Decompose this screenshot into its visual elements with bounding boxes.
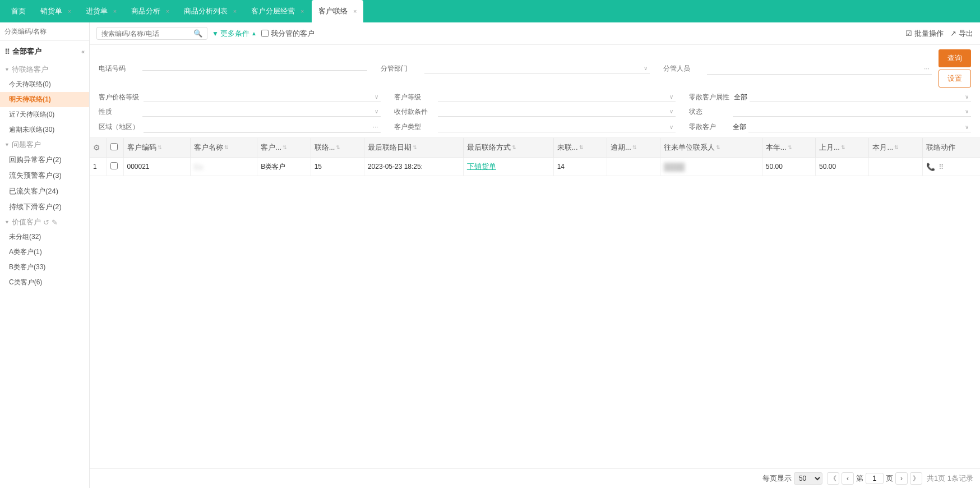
first-page-btn[interactable]: 《 <box>827 472 839 485</box>
sidebar-item-7days[interactable]: 近7天待联络(0) <box>0 107 89 122</box>
sort-type-icon: ⇅ <box>283 145 287 150</box>
search-input[interactable] <box>101 30 191 38</box>
filter-more-btn[interactable]: ▼ 更多条件 ▲ <box>212 29 257 39</box>
th-checkbox[interactable] <box>107 138 123 158</box>
sidebar-group-value: 价值客户 ↺ ✎ <box>0 215 89 229</box>
page-unit-label: 页 <box>886 473 893 484</box>
filter-retail-customer-select[interactable]: ∨ <box>748 122 971 132</box>
close-product-analysis-icon[interactable]: × <box>166 8 169 15</box>
value-group-edit[interactable]: ✎ <box>52 218 58 227</box>
row-no: 1 <box>90 158 107 176</box>
nav-purchase[interactable]: 进货单 × <box>79 0 123 22</box>
th-this-year[interactable]: 本年...⇅ <box>762 138 815 158</box>
sidebar-item-overdue[interactable]: 逾期未联络(30) <box>0 122 89 137</box>
filter-customer-grade-select[interactable]: ∨ <box>438 92 676 102</box>
th-type[interactable]: 客户...⇅ <box>257 138 311 158</box>
search-submit-icon[interactable]: 🔍 <box>193 29 202 38</box>
nav-product-analysis-list[interactable]: 商品分析列表 × <box>177 0 243 22</box>
gear-setting-icon[interactable]: ⚙ <box>93 143 100 152</box>
action-btns: ☑ 批量操作 ↗ 导出 <box>905 29 973 39</box>
query-btn[interactable]: 查询 <box>939 49 971 67</box>
row-select-checkbox[interactable] <box>110 162 118 169</box>
nav-customer-tier[interactable]: 客户分层经营 × <box>244 0 311 22</box>
sidebar-item-today[interactable]: 今天待联络(0) <box>0 77 89 92</box>
close-customer-tier-icon[interactable]: × <box>301 8 304 15</box>
customer-table: ⚙ 客户编码⇅ 客户名称⇅ 客户...⇅ <box>90 138 980 176</box>
filter-phone-input[interactable] <box>142 67 367 71</box>
my-customer-checkbox[interactable] <box>261 30 269 37</box>
sidebar-item-class-a[interactable]: A类客户(1) <box>0 245 89 260</box>
th-unlink[interactable]: 未联...⇅ <box>553 138 607 158</box>
th-actions: 联络动作 <box>922 138 980 158</box>
filter-phone-label: 电话号码 <box>99 64 138 73</box>
th-last-date[interactable]: 最后联络日期⇅ <box>364 138 463 158</box>
nav-product-analysis[interactable]: 商品分析 × <box>124 0 176 22</box>
th-contact[interactable]: 联络...⇅ <box>311 138 364 158</box>
filter-status-select[interactable]: ∨ <box>733 107 971 117</box>
filter-nature: 性质 ∨ <box>99 107 381 117</box>
value-group-refresh[interactable]: ↺ <box>43 218 49 227</box>
filter-payment-select[interactable]: ∨ <box>438 107 676 117</box>
nav-home[interactable]: 首页 <box>4 0 33 22</box>
export-btn[interactable]: ↗ 导出 <box>950 29 973 39</box>
more-icon[interactable]: ⠿ <box>939 163 944 171</box>
phone-icon[interactable]: 📞 <box>926 163 935 171</box>
th-overdue[interactable]: 逾期...⇅ <box>607 138 660 158</box>
close-sales-icon[interactable]: × <box>68 8 71 15</box>
sidebar-item-churn-warning[interactable]: 流失预警客户(3) <box>0 168 89 183</box>
page-input[interactable] <box>866 473 884 484</box>
sidebar-item-class-c[interactable]: C类客户(6) <box>0 275 89 290</box>
nav-sales[interactable]: 销货单 × <box>34 0 78 22</box>
th-contact2[interactable]: 往来单位联系人⇅ <box>660 138 762 158</box>
nav-customer-contact[interactable]: 客户联络 × <box>312 0 363 22</box>
sort-unlink-icon: ⇅ <box>579 145 584 150</box>
filter-region-label: 区域（地区） <box>99 122 139 132</box>
filter-region: 区域（地区） ··· <box>99 121 381 133</box>
close-product-list-icon[interactable]: × <box>233 8 237 15</box>
filter-customer-grade-label: 客户等级 <box>394 93 433 102</box>
prev-page-btn[interactable]: ‹ <box>842 472 854 485</box>
batch-op-btn[interactable]: ☑ 批量操作 <box>905 29 944 39</box>
sort-this-month-icon: ⇅ <box>894 145 899 150</box>
filter-retail-attr: 零散客户属性 全部 ∨ <box>689 92 971 102</box>
sidebar-all-header[interactable]: ⠿ 全部客户 « <box>0 43 89 60</box>
filter-nature-select[interactable]: ∨ <box>142 107 381 117</box>
my-customer-label: 我分管的客户 <box>271 29 315 39</box>
filter-retail-attr-label: 零散客户属性 <box>689 93 729 102</box>
th-code[interactable]: 客户编码⇅ <box>123 138 190 158</box>
sidebar-item-churned[interactable]: 已流失客户(24) <box>0 183 89 199</box>
th-gear[interactable]: ⚙ <box>90 138 107 158</box>
filter-price-level-select[interactable]: ∨ <box>144 92 381 102</box>
sidebar-item-repurchase-abnormal[interactable]: 回购异常客户(2) <box>0 152 89 168</box>
set-btn[interactable]: 设置 <box>939 70 971 88</box>
th-this-month[interactable]: 本月...⇅ <box>869 138 922 158</box>
close-purchase-icon[interactable]: × <box>113 8 117 15</box>
filter-status-label: 状态 <box>689 107 728 117</box>
select-all-checkbox[interactable] <box>110 143 118 150</box>
manager-dots-icon: ··· <box>924 65 930 72</box>
filter-manager-select[interactable]: ··· <box>707 63 932 75</box>
filter-retail-attr-select[interactable]: ∨ <box>750 92 971 102</box>
filter-dept-select[interactable]: ∨ <box>424 63 649 73</box>
filter-customer-type-select[interactable]: ∨ <box>438 122 676 132</box>
close-customer-contact-icon[interactable]: × <box>353 8 357 15</box>
sidebar-item-class-b[interactable]: B类客户(33) <box>0 260 89 275</box>
sidebar-all-customers: ⠿ 全部客户 « <box>0 41 89 62</box>
filter-payment-label: 收付款条件 <box>394 107 433 117</box>
th-last-month[interactable]: 上月...⇅ <box>816 138 869 158</box>
per-page-select[interactable]: 50 100 200 <box>794 472 822 485</box>
next-page-btn[interactable]: › <box>895 472 908 485</box>
sidebar-item-tomorrow[interactable]: 明天待联络(1) <box>0 92 89 107</box>
th-name[interactable]: 客户名称⇅ <box>190 138 257 158</box>
filter-region-select[interactable]: ··· <box>144 121 381 133</box>
sidebar-collapse-icon[interactable]: « <box>81 48 85 55</box>
th-last-method[interactable]: 最后联络方式⇅ <box>463 138 553 158</box>
last-method-link[interactable]: 下销货单 <box>467 162 496 171</box>
sidebar-item-declining[interactable]: 持续下滑客户(2) <box>0 199 89 215</box>
sidebar-item-ungrouped[interactable]: 未分组(32) <box>0 229 89 245</box>
row-checkbox[interactable] <box>107 158 123 176</box>
sidebar-search-input[interactable] <box>4 27 89 35</box>
last-page-btn[interactable]: 》 <box>910 472 922 485</box>
row-last-method[interactable]: 下销货单 <box>463 158 553 176</box>
search-bar: 🔍 ▼ 更多条件 ▲ 我分管的客户 ☑ 批量操作 ↗ 导出 <box>90 22 980 45</box>
